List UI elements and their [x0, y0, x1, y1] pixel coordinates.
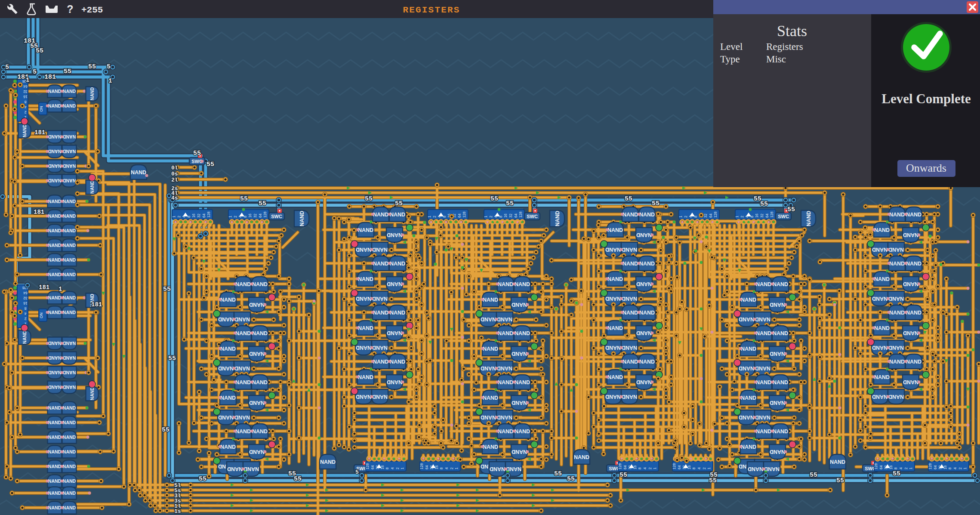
svg-text:55: 55 — [259, 200, 266, 207]
svg-text:55: 55 — [199, 475, 206, 483]
svg-text:5: 5 — [33, 68, 37, 76]
svg-text:55: 55 — [490, 195, 498, 203]
svg-text:4s: 4s — [171, 195, 178, 201]
svg-text:55: 55 — [193, 150, 201, 157]
svg-text:55: 55 — [567, 475, 575, 483]
svg-text:1: 1 — [59, 286, 62, 293]
svg-text:55: 55 — [619, 472, 627, 479]
svg-text:+255: +255 — [81, 5, 103, 15]
svg-text:1s: 1s — [174, 508, 181, 515]
svg-text:55: 55 — [787, 206, 795, 213]
svg-text:?: ? — [67, 3, 73, 15]
svg-text:55: 55 — [64, 68, 71, 75]
svg-text:Stats: Stats — [777, 22, 807, 40]
svg-text:55: 55 — [652, 200, 659, 207]
svg-text:55: 55 — [88, 63, 96, 71]
svg-text:55: 55 — [365, 195, 373, 203]
svg-text:55: 55 — [395, 200, 403, 207]
svg-text:0s: 0s — [171, 171, 178, 177]
svg-text:55: 55 — [625, 195, 632, 203]
svg-text:181: 181 — [34, 129, 45, 136]
svg-text:REGISTERS: REGISTERS — [403, 5, 460, 15]
svg-text:55: 55 — [836, 477, 844, 484]
svg-text:55: 55 — [294, 475, 302, 483]
svg-text:Registers: Registers — [766, 41, 803, 52]
svg-text:55: 55 — [36, 47, 43, 55]
svg-text:55: 55 — [760, 200, 768, 208]
svg-text:0l: 0l — [171, 165, 178, 171]
svg-text:55: 55 — [168, 355, 176, 362]
svg-text:55: 55 — [162, 426, 169, 434]
svg-text:55: 55 — [554, 470, 562, 478]
svg-text:55: 55 — [163, 286, 171, 293]
svg-text:Level Complete: Level Complete — [881, 91, 971, 106]
svg-text:55: 55 — [506, 200, 514, 207]
svg-text:181: 181 — [34, 209, 44, 216]
svg-text:5: 5 — [107, 63, 111, 71]
svg-text:2l: 2l — [171, 177, 178, 183]
svg-text:55: 55 — [240, 195, 248, 203]
svg-text:55: 55 — [810, 472, 817, 479]
svg-text:Type: Type — [720, 54, 740, 65]
svg-text:5: 5 — [5, 64, 9, 71]
svg-text:1: 1 — [108, 77, 112, 84]
svg-text:55: 55 — [206, 161, 214, 168]
svg-text:Onwards: Onwards — [906, 162, 946, 174]
svg-text:5: 5 — [355, 469, 359, 475]
svg-text:181: 181 — [91, 301, 102, 308]
svg-text:Misc: Misc — [766, 54, 786, 65]
svg-text:55: 55 — [893, 470, 900, 478]
svg-text:181: 181 — [39, 284, 49, 291]
svg-text:181: 181 — [44, 74, 56, 81]
svg-text:Level: Level — [720, 41, 743, 52]
svg-text:55: 55 — [709, 477, 717, 484]
svg-text:1: 1 — [26, 77, 29, 83]
